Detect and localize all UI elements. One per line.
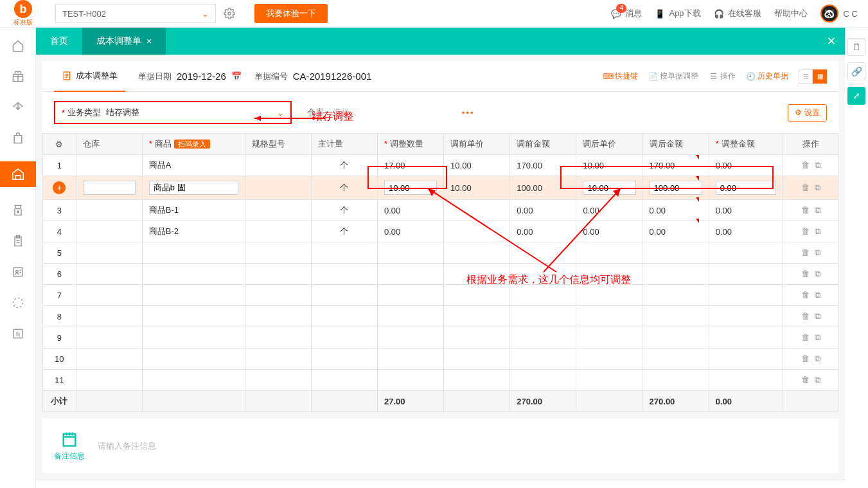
org-selector[interactable]: TEST-H002 ⌄: [55, 4, 216, 23]
copy-icon[interactable]: ⧉: [815, 332, 820, 342]
nav-bag-icon[interactable]: [10, 131, 26, 146]
doc-date-value[interactable]: 2019-12-26: [177, 71, 226, 82]
rail-link-icon[interactable]: 🔗: [847, 62, 865, 80]
delete-icon[interactable]: 🗑: [801, 160, 810, 170]
copy-icon[interactable]: ⧉: [815, 248, 820, 257]
col-op: 操作: [783, 134, 838, 155]
note-input[interactable]: 请输入备注信息: [98, 440, 827, 452]
copy-icon[interactable]: ⧉: [815, 269, 820, 278]
add-row-icon[interactable]: +: [53, 181, 66, 194]
by-doc-link[interactable]: 📄按单据调整: [648, 71, 698, 82]
copy-icon[interactable]: ⧉: [815, 311, 820, 321]
promo-button[interactable]: 我要体验一下: [254, 4, 328, 23]
subtotal-row: 小计 27.00270.00 270.000.00: [43, 391, 838, 412]
qty-input[interactable]: [384, 181, 437, 195]
table-row[interactable]: 7🗑⧉: [43, 285, 838, 306]
table-row[interactable]: 8🗑⧉: [43, 306, 838, 327]
col-gear[interactable]: ⚙: [43, 134, 76, 155]
nav-money-icon[interactable]: [10, 203, 26, 218]
product-input[interactable]: [149, 181, 238, 195]
settings-icon[interactable]: [224, 8, 235, 19]
nav-clipboard-icon[interactable]: [10, 233, 26, 249]
calendar-icon[interactable]: 📅: [231, 71, 242, 81]
delete-icon[interactable]: 🗑: [801, 311, 810, 321]
doc-number-value: CA-20191226-001: [293, 71, 372, 82]
copy-icon[interactable]: ⧉: [815, 354, 820, 363]
close-icon[interactable]: ×: [146, 36, 152, 46]
warehouse-select[interactable]: 仓库 选择...: [307, 107, 357, 118]
chevron-down-icon: ⌄: [277, 108, 284, 118]
top-bar: b 标准版 TEST-H002 ⌄ 我要体验一下 💬 消息 4 📱 App下载 …: [0, 0, 868, 28]
table-row[interactable]: 6🗑⧉: [43, 264, 838, 285]
nav-gift-icon[interactable]: [10, 69, 26, 84]
copy-icon[interactable]: ⧉: [815, 290, 820, 300]
gear-icon: ⚙: [55, 140, 63, 149]
nav-home-icon[interactable]: [10, 38, 26, 53]
col-product: *商品扫码录入: [142, 134, 245, 155]
tab-home[interactable]: 首页: [36, 28, 82, 55]
messages-link[interactable]: 💬 消息 4: [611, 8, 642, 19]
document-icon: [62, 71, 72, 81]
copy-icon[interactable]: ⧉: [815, 375, 820, 384]
delete-icon[interactable]: 🗑: [801, 183, 810, 192]
help-link[interactable]: 帮助中心: [774, 8, 808, 19]
scan-badge[interactable]: 扫码录入: [174, 140, 210, 149]
avatar[interactable]: 🐼: [820, 5, 838, 23]
post-amount-input[interactable]: [650, 181, 702, 195]
table-row[interactable]: 1商品A个17.0010.00170.0010.00170.000.00🗑⧉: [43, 155, 838, 176]
keyboard-icon: ⌨: [603, 72, 612, 81]
copy-icon[interactable]: ⧉: [815, 160, 820, 170]
table-row[interactable]: 9🗑⧉: [43, 327, 838, 348]
nav-profile-icon[interactable]: [10, 264, 26, 280]
table-row[interactable]: 11🗑⧉: [43, 370, 838, 391]
hotkey-link[interactable]: ⌨快捷键: [603, 71, 638, 82]
doc-title: 成本调整单: [76, 70, 118, 82]
more-icon[interactable]: •••: [462, 108, 475, 118]
delete-icon[interactable]: 🗑: [801, 290, 810, 300]
svg-point-7: [13, 298, 22, 308]
user-name: C C: [844, 9, 858, 19]
app-download-link[interactable]: 📱 App下载: [655, 8, 700, 19]
nav-in-icon[interactable]: [10, 100, 26, 115]
table-row[interactable]: 5🗑⧉: [43, 242, 838, 264]
copy-icon[interactable]: ⧉: [815, 226, 820, 236]
nav-warehouse-icon[interactable]: [0, 161, 36, 187]
table-row[interactable]: 4商品B-2个0.000.000.000.000.00🗑⧉: [43, 221, 838, 242]
delete-icon[interactable]: 🗑: [801, 332, 810, 342]
view-list-icon[interactable]: ☰: [799, 69, 813, 84]
table-row[interactable]: 3商品B-1个0.000.000.000.000.00🗑⧉: [43, 200, 838, 221]
logo-label: 标准版: [13, 18, 33, 27]
rail-expand-icon[interactable]: ⤢: [847, 87, 865, 105]
business-type-select[interactable]: * 业务类型 结存调整 ⌄: [54, 101, 292, 124]
svg-point-6: [15, 271, 17, 273]
delete-icon[interactable]: 🗑: [801, 354, 810, 363]
table-row[interactable]: +个10.00100.00🗑⧉: [43, 176, 838, 200]
delete-icon[interactable]: 🗑: [801, 226, 810, 236]
delete-icon[interactable]: 🗑: [801, 248, 810, 257]
close-all-icon[interactable]: ×: [818, 28, 845, 55]
tab-cost-adjust[interactable]: 成本调整单 ×: [82, 28, 166, 55]
col-warehouse: 仓库: [76, 134, 142, 155]
adj-amount-input[interactable]: [716, 181, 777, 195]
doc-icon: 📄: [648, 72, 657, 81]
doc-toolbar: 成本调整单 单据日期 2019-12-26 📅 单据编号 CA-20191226…: [42, 61, 838, 92]
support-link[interactable]: 🎧 在线客服: [714, 8, 761, 19]
warehouse-input[interactable]: [83, 181, 136, 195]
delete-icon[interactable]: 🗑: [801, 269, 810, 278]
view-grid-icon[interactable]: ▦: [813, 69, 827, 84]
delete-icon[interactable]: 🗑: [801, 205, 810, 215]
copy-icon[interactable]: ⧉: [815, 205, 820, 215]
delete-icon[interactable]: 🗑: [801, 375, 810, 384]
col-spec: 规格型号: [245, 134, 311, 155]
nav-new-icon[interactable]: 新: [10, 326, 26, 341]
doc-title-tab: 成本调整单: [54, 61, 125, 92]
operate-link[interactable]: ☰操作: [709, 71, 736, 82]
rail-note-icon[interactable]: 🗒: [847, 38, 865, 56]
history-icon: 🕘: [746, 72, 755, 81]
post-price-input[interactable]: [583, 181, 635, 195]
nav-loading-icon[interactable]: [10, 295, 26, 311]
copy-icon[interactable]: ⧉: [815, 183, 820, 192]
table-row[interactable]: 10🗑⧉: [43, 348, 838, 370]
config-button[interactable]: ⚙ 设置: [788, 104, 827, 122]
history-link[interactable]: 🕘历史单据: [746, 71, 788, 82]
